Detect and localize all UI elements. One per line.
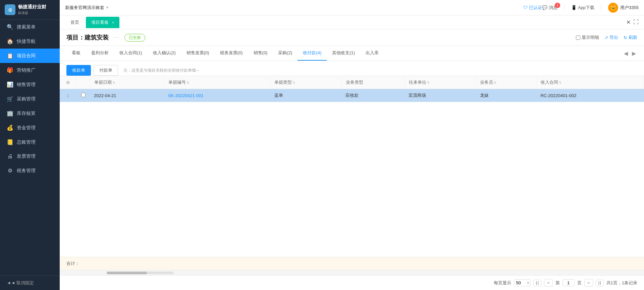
- col-header-number[interactable]: 单据编号⇅: [164, 76, 270, 89]
- col-header-income_contract[interactable]: 收入合同⇅: [536, 76, 644, 89]
- tab-maximize-icon[interactable]: ⛶: [633, 19, 639, 25]
- col-header-salesman[interactable]: 业务员⇅: [476, 76, 537, 89]
- app-download-button[interactable]: 📱 App下载: [571, 5, 594, 11]
- subnav-item-purchase[interactable]: 采购(2): [273, 46, 298, 61]
- sidebar-item-invoice[interactable]: 🖨发票管理: [0, 149, 60, 163]
- project-header-actions: 显示明细 ↗ 导出 ↻ 刷新: [576, 34, 637, 41]
- show-detail-checkbox-label[interactable]: 显示明细: [576, 34, 599, 41]
- col-header-partner[interactable]: 往来单位⇅: [405, 76, 476, 89]
- subnav-item-income-confirm[interactable]: 收入确认(2): [148, 46, 181, 61]
- sidebar-item-tax[interactable]: ⚙税务管理: [0, 163, 60, 178]
- subnav-item-board[interactable]: 看板: [66, 46, 86, 61]
- sidebar-item-search[interactable]: 🔍搜索菜单: [0, 20, 60, 34]
- tab-close-icon[interactable]: ×: [112, 20, 114, 24]
- tax-icon: ⚙: [7, 167, 13, 174]
- col-header-settings: ⚙: [60, 76, 76, 89]
- subtab-shoukuan[interactable]: 收款单: [66, 65, 91, 76]
- table-header-row: ⚙单据日期⇅单据编号⇅单据类型⇅业务类型往来单位⇅业务员⇅收入合同⇅: [60, 76, 644, 89]
- subnav: 看板盈利分析收入合同(1)收入确认(2)销售发票(0)税务发票(0)销售(0)采…: [60, 46, 644, 61]
- export-button[interactable]: ↗ 导出: [604, 34, 618, 41]
- topbar-account[interactable]: 新服务官网演示账套 ▾: [65, 5, 517, 11]
- sidebar-logo: ⊕ 畅捷通好业财 标准版: [0, 0, 60, 20]
- account-name: 新服务官网演示账套: [65, 5, 104, 11]
- col-header-date[interactable]: 单据日期⇅: [90, 76, 164, 89]
- refresh-icon: ↻: [624, 35, 627, 40]
- subnav-item-tax-invoice[interactable]: 税务发票(0): [215, 46, 248, 61]
- per-page-select-wrap: 50 100 200: [514, 279, 531, 286]
- sidebar-item-label-inventory: 库存核算: [17, 111, 36, 117]
- sidebar-item-marketing[interactable]: 🎁营销推广: [0, 63, 60, 77]
- table-body: 1 2022-04-21 SK-20220421-001 蓝单 应收款 宏茂商场…: [60, 89, 644, 102]
- sidebar-nav: 🔍搜索菜单🏠快捷导航📋项目合同🎁营销推广📊销售管理🛒采购管理🏢库存核算💰资金管理…: [0, 20, 60, 276]
- sidebar-unpin[interactable]: ◄◄ 取消固定: [0, 276, 60, 290]
- sidebar-item-purchase[interactable]: 🛒采购管理: [0, 92, 60, 106]
- sidebar-item-label-quicknav: 快捷导航: [17, 39, 36, 45]
- col-header-type[interactable]: 单据类型⇅: [270, 76, 342, 89]
- sidebar-item-label-tax: 税务管理: [17, 168, 36, 174]
- subnav-item-profit[interactable]: 盈利分析: [86, 46, 114, 61]
- row-date-0: 2022-04-21: [90, 89, 164, 102]
- total-info: 共1页，1条记录: [606, 280, 637, 286]
- account-dropdown-icon: ▾: [106, 5, 108, 10]
- sidebar-item-label-finance: 资金管理: [17, 125, 36, 131]
- refresh-button[interactable]: ↻ 刷新: [624, 34, 637, 41]
- sidebar-item-ledger[interactable]: 📒总账管理: [0, 135, 60, 149]
- app-logo-icon: ⊕: [5, 4, 15, 15]
- first-page-btn[interactable]: ⟨⟨: [533, 280, 541, 286]
- table-row[interactable]: 1 2022-04-21 SK-20220421-001 蓝单 应收款 宏茂商场…: [60, 89, 644, 102]
- scrollbar-thumb[interactable]: [107, 272, 147, 274]
- user-menu[interactable]: 🐱 用户3355: [608, 3, 639, 13]
- show-detail-checkbox[interactable]: [576, 35, 580, 40]
- page-prefix-label: 第: [555, 280, 560, 286]
- subnav-item-income-contract[interactable]: 收入合同(1): [114, 46, 148, 61]
- tab-home[interactable]: 首页: [65, 17, 85, 28]
- sidebar-item-sales[interactable]: 📊销售管理: [0, 77, 60, 92]
- project-more-btn[interactable]: ···: [113, 34, 120, 41]
- scrollbar-track[interactable]: [107, 272, 174, 274]
- sidebar-item-quicknav[interactable]: 🏠快捷导航: [0, 34, 60, 49]
- row-number-0[interactable]: SK-20220421-001: [164, 89, 270, 102]
- sidebar-item-finance[interactable]: 💰资金管理: [0, 121, 60, 135]
- phone-icon: 📱: [571, 5, 577, 10]
- tab-home-label: 首页: [70, 20, 79, 25]
- subnav-item-inout[interactable]: 出入库: [360, 46, 384, 61]
- marketing-icon: 🎁: [7, 67, 13, 73]
- subnav-item-receipt[interactable]: 收付款(4): [298, 46, 327, 61]
- sidebar-item-inventory[interactable]: 🏢库存核算: [0, 106, 60, 121]
- next-page-btn[interactable]: ＞: [584, 279, 593, 287]
- tab-project-board-label: 项目看板: [91, 20, 109, 25]
- subnav-item-sales[interactable]: 销售(0): [248, 46, 273, 61]
- quicknav-icon: 🏠: [7, 38, 13, 45]
- subnav-next-arrow[interactable]: ▶: [631, 50, 637, 57]
- pagination: 每页显示 50 100 200 ⟨⟨ ＜ 第 页 ＞ ⟩⟩ 共1页，1条记录: [60, 275, 644, 290]
- subnav-item-other-expense[interactable]: 其他收支(1): [327, 46, 360, 61]
- show-detail-label: 显示明细: [582, 34, 599, 41]
- row-checkbox-0[interactable]: [76, 89, 90, 102]
- sidebar-item-project[interactable]: 📋项目合同: [0, 49, 60, 63]
- prev-page-btn[interactable]: ＜: [544, 279, 553, 287]
- invoice-icon: 🖨: [7, 153, 13, 159]
- data-table: ⚙单据日期⇅单据编号⇅单据类型⇅业务类型往来单位⇅业务员⇅收入合同⇅ 1 202…: [60, 76, 644, 102]
- row-type-0: 蓝单: [270, 89, 342, 102]
- subnav-item-sales-invoice[interactable]: 销售发票(0): [181, 46, 215, 61]
- table-wrapper: ⚙单据日期⇅单据编号⇅单据类型⇅业务类型往来单位⇅业务员⇅收入合同⇅ 1 202…: [60, 76, 644, 257]
- export-label: 导出: [609, 34, 618, 41]
- row-contract-0: RC-20220401-002: [536, 89, 644, 102]
- tab-project-board[interactable]: 项目看板 ×: [86, 17, 119, 28]
- last-page-btn[interactable]: ⟩⟩: [596, 280, 604, 286]
- message-button[interactable]: 💬 消息 1: [542, 5, 557, 11]
- tab-close-window-icon[interactable]: ✕: [626, 19, 631, 25]
- subtab-fukuan[interactable]: 付款单: [94, 65, 118, 76]
- settings-icon[interactable]: ⚙: [66, 80, 70, 85]
- subnav-prev-arrow[interactable]: ◀: [623, 50, 629, 57]
- divider-2: [601, 4, 601, 11]
- content: 项目：建筑安装 ··· 已生效 显示明细 ↗ 导出 ↻ 刷新 看板盈利分析收入: [60, 29, 644, 290]
- col-header-biz_type: 业务类型: [341, 76, 405, 89]
- export-icon: ↗: [604, 35, 608, 40]
- per-page-select[interactable]: 50 100 200: [514, 279, 531, 286]
- divider-1: [564, 4, 565, 11]
- project-icon: 📋: [7, 53, 13, 59]
- current-page-input[interactable]: [562, 279, 575, 286]
- horizontal-scrollbar[interactable]: [60, 270, 644, 275]
- col-header-checkbox: [76, 76, 90, 89]
